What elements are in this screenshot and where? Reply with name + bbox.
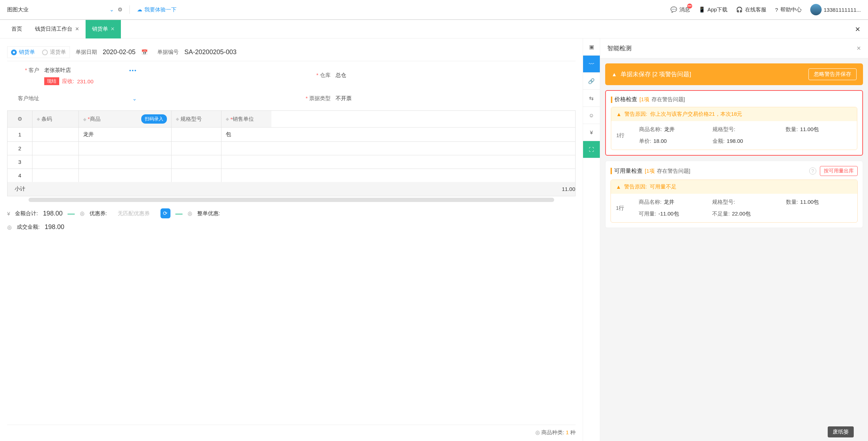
cell-unit[interactable] <box>221 155 271 168</box>
help-icon[interactable]: ? <box>809 167 816 175</box>
username: 13381111111... <box>824 7 861 13</box>
cell-spec[interactable] <box>172 155 221 168</box>
settings-col[interactable]: ⚙ <box>7 111 32 127</box>
gear-icon: ⚙ <box>17 116 22 122</box>
out-by-avail-button[interactable]: 按可用量出库 <box>820 166 858 176</box>
gear-icon[interactable]: ⚙ <box>118 6 122 13</box>
toolbar-doc-icon[interactable]: ▣ <box>583 38 600 56</box>
scan-button[interactable]: 扫码录入 <box>141 114 167 124</box>
table-row[interactable]: 2 <box>7 142 575 155</box>
barcode-header-label: 条码 <box>41 116 52 123</box>
detail-avail: 可用量:-11.00包 <box>639 211 705 217</box>
close-icon[interactable]: × <box>111 25 115 33</box>
toolbar-person-icon[interactable]: ☺ <box>583 107 600 124</box>
cell-unit[interactable] <box>221 169 271 182</box>
notification-badge: ••• <box>687 4 692 9</box>
table-row[interactable]: 1龙井包 <box>7 128 575 142</box>
radio-sales[interactable]: 销货单 <box>11 49 35 56</box>
row-index: 1 <box>7 128 32 141</box>
cell-spec[interactable] <box>172 142 221 155</box>
trash-button[interactable]: 废纸篓 <box>828 426 854 437</box>
experience-link[interactable]: ☁ 我要体验一下 <box>137 6 177 13</box>
close-icon[interactable]: × <box>75 25 79 33</box>
experience-text: 我要体验一下 <box>144 6 177 13</box>
address-input[interactable]: ⌄ <box>44 94 137 103</box>
title-bar-icon <box>611 97 612 103</box>
tab-workbench[interactable]: 钱货日清工作台 × <box>29 20 86 38</box>
more-icon[interactable]: ••• <box>129 67 137 73</box>
product-header[interactable]: ◆*商品 扫码录入 <box>79 111 172 127</box>
messages-button[interactable]: 💬 消息 ••• <box>670 6 690 13</box>
tab-home[interactable]: 首页 <box>5 20 29 38</box>
cell-barcode[interactable] <box>32 169 79 182</box>
toolbar-link-icon[interactable]: 🔗 <box>583 73 600 90</box>
warehouse-input[interactable]: 总仓 <box>336 71 378 80</box>
invoice-input[interactable]: 不开票 <box>336 94 378 103</box>
settle-badge: 现结 <box>44 77 59 85</box>
coupon-input[interactable]: 无匹配优惠券 <box>112 210 155 217</box>
help-center-button[interactable]: ? 帮助中心 <box>775 6 801 13</box>
avatar <box>810 4 822 15</box>
close-all-tabs-icon[interactable]: × <box>852 24 863 34</box>
cell-product[interactable] <box>79 142 172 155</box>
tab-sales[interactable]: 销货单 × <box>86 20 121 38</box>
barcode-header[interactable]: ◆条码 <box>32 111 79 127</box>
avail-warn-box: ▲ 警告原因: 可用量不足 1行 商品名称:龙井 规格型号: 数量:11.00包… <box>611 180 858 223</box>
cell-barcode[interactable] <box>32 128 79 141</box>
invoice-label: 票据类型 <box>298 95 331 102</box>
unit-header[interactable]: ◆*销售单位 <box>221 111 271 127</box>
phone-icon: 📱 <box>699 6 705 13</box>
refresh-button[interactable]: ⟳ <box>160 208 170 218</box>
table-row[interactable]: 4 <box>7 169 575 182</box>
cell-spec[interactable] <box>172 169 221 182</box>
detail-spec: 规格型号: <box>713 126 779 133</box>
cell-product[interactable] <box>79 169 172 182</box>
cell-unit[interactable]: 包 <box>221 128 271 141</box>
table-row[interactable]: 3 <box>7 155 575 169</box>
table-header-row: ⚙ ◆条码 ◆*商品 扫码录入 ◆规格型号 ◆*销售单位 <box>7 111 575 128</box>
footer-bar: ◎ 商品种类: 1 种 <box>7 425 576 436</box>
app-download-button[interactable]: 📱 App下载 <box>699 6 728 13</box>
horizontal-scrollbar[interactable] <box>29 198 554 202</box>
cell-barcode[interactable] <box>32 155 79 168</box>
online-service-button[interactable]: 🎧 在线客服 <box>736 6 766 13</box>
cell-barcode[interactable] <box>32 142 79 155</box>
detail-name: 商品名称:龙井 <box>639 199 705 206</box>
cell-spec[interactable] <box>172 128 221 141</box>
headset-icon: 🎧 <box>736 6 743 13</box>
toolbar-money-icon[interactable]: ¥ <box>583 124 600 141</box>
sort-icon: ◆ <box>83 117 86 122</box>
calendar-icon[interactable]: 📅 <box>141 49 148 56</box>
avail-check-title: 可用量检查 [1项存在警告问题] ? 按可用量出库 <box>611 166 858 176</box>
ignore-save-button[interactable]: 忽略警告并保存 <box>808 68 857 80</box>
app-download-label: App下载 <box>708 6 728 13</box>
cell-product[interactable]: 龙井 <box>79 128 172 141</box>
company-selector[interactable]: 图图大业 ⌄ <box>7 6 114 13</box>
toolbar-expand-icon[interactable]: ⛶ <box>583 141 600 158</box>
price-check-count: [1项 <box>639 96 649 103</box>
user-menu[interactable]: 13381111111... <box>810 4 861 15</box>
close-icon[interactable]: × <box>857 44 861 52</box>
discount-label: 整单优惠: <box>197 210 220 217</box>
detail-spec: 规格型号: <box>712 199 778 206</box>
receivable-value: 231.00 <box>77 78 93 84</box>
date-value[interactable]: 2020-02-05 <box>103 48 136 56</box>
warning-icon: ▲ <box>612 71 617 77</box>
title-bar-icon <box>611 168 612 174</box>
cell-unit[interactable] <box>221 142 271 155</box>
toolbar-diff-icon[interactable]: ⇆ <box>583 90 600 107</box>
toolbar-chart-icon[interactable]: 〰 <box>583 56 600 73</box>
deal-total-row: ◎ 成交金额: 198.00 <box>7 223 576 231</box>
receivable-row: 现结 应收: 231.00 <box>44 77 284 85</box>
main-area: 销货单 退货单 单据日期 2020-02-05 📅 单据编号 SA-202002… <box>0 38 868 441</box>
avail-check-count: [1项 <box>645 168 655 175</box>
product-kinds-suffix: 种 <box>570 429 576 435</box>
radio-sales-label: 销货单 <box>19 49 35 56</box>
cell-product[interactable] <box>79 155 172 168</box>
radio-return[interactable]: 退货单 <box>42 49 66 56</box>
smart-detect-panel: 智能检测 × ▲ 单据未保存 [2 项警告问题] 忽略警告并保存 价格检查 [1… <box>600 38 868 441</box>
deal-icon: ◎ <box>7 224 12 230</box>
customer-input[interactable]: 老张茶叶店 ••• <box>44 66 137 75</box>
spec-header[interactable]: ◆规格型号 <box>172 111 221 127</box>
company-name: 图图大业 <box>7 6 29 13</box>
